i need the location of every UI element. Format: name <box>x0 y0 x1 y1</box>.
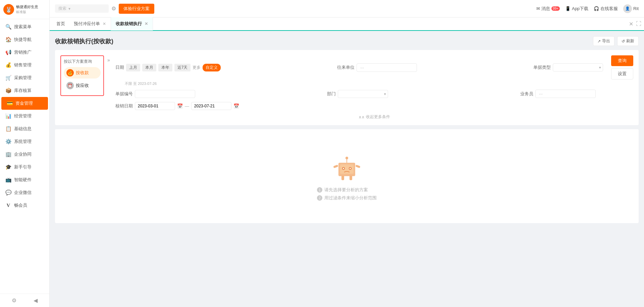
svg-point-4 <box>343 168 344 169</box>
filter-form: 日期 上月 本月 本年 近7天 更多 自定义 往来单位 ··· <box>115 55 633 120</box>
date-custom[interactable]: 自定义 <box>203 64 221 71</box>
sidebar-collapse-button[interactable]: ◀ <box>34 297 38 304</box>
empty-hint-2: 2 用过滤条件来缩小分析范围 <box>317 195 377 201</box>
collapse-more-btn[interactable]: ∧∧ 收起更多条件 <box>115 114 633 120</box>
logo-name: 畅捷通好生意 <box>16 4 38 9</box>
export-label: 导出 <box>602 38 610 44</box>
message-badge: 99+ <box>551 6 560 11</box>
writeoff-start-cal-icon[interactable]: 📅 <box>177 103 183 109</box>
marketing-icon: 📢 <box>5 49 11 55</box>
sidebar-settings-button[interactable]: ⚙ <box>12 297 16 304</box>
message-label: 消息 <box>541 6 550 12</box>
by-receivable-label: 按应收 <box>76 83 89 89</box>
bill-type-label: 单据类型 <box>533 64 551 70</box>
topbar-chevron-icon: ▾ <box>68 6 70 11</box>
user-avatar-text: 👤 <box>625 6 630 11</box>
scheme-panel-collapse[interactable]: » <box>106 56 111 64</box>
department-field: 部门 <box>327 90 388 98</box>
service-label: 在线客服 <box>600 6 618 12</box>
home-tab-label: 首页 <box>56 21 65 27</box>
inventory-icon: 📦 <box>5 88 11 94</box>
sidebar-item-sales[interactable]: 💰 销售管理 <box>0 59 49 71</box>
hint-num-2: 2 <box>317 195 322 201</box>
bill-type-select-wrap[interactable] <box>553 63 603 71</box>
sidebar-label: 企业协同 <box>14 151 32 157</box>
bill-type-select[interactable] <box>553 63 603 71</box>
sidebar-label: 销售管理 <box>14 62 32 68</box>
setting-button[interactable]: 设置 <box>611 68 633 80</box>
page-title: 收款核销执行(按收款) <box>55 37 113 45</box>
writeoff-date-end[interactable] <box>191 102 231 110</box>
topbar: 搜索 ▾ ⚙ 体验行业方案 ✉ 消息 99+ 📱 App下载 🎧 在线客服 <box>50 0 644 17</box>
department-label: 部门 <box>327 91 336 97</box>
sidebar-item-marketing[interactable]: 📢 营销推广 <box>0 46 49 59</box>
sidebar-item-purchase[interactable]: 🛒 采购管理 <box>0 71 49 84</box>
sidebar-item-enterprise[interactable]: 🏢 企业协同 <box>0 148 49 161</box>
query-scheme-title: 按以下方案查询 <box>64 59 101 64</box>
sidebar-item-quick-nav[interactable]: 🏠 快捷导航 <box>0 33 49 46</box>
bill-no-input[interactable] <box>135 90 195 98</box>
writeoff-end-cal-icon[interactable]: 📅 <box>233 103 239 109</box>
topbar-gear-icon[interactable]: ⚙ <box>111 5 116 12</box>
staff-label: 业务员 <box>520 91 533 97</box>
tab-label: 收款核销执行 <box>116 21 142 27</box>
staff-input[interactable]: ··· <box>535 90 596 98</box>
dept-select-wrap[interactable] <box>338 90 388 98</box>
bill-no-field: 单据编号 <box>115 90 195 98</box>
user-area[interactable]: 👤 Rit <box>623 4 639 13</box>
counterparty-input[interactable]: ··· <box>357 63 417 72</box>
sidebar-label: 资金管理 <box>15 100 33 106</box>
date-this-month[interactable]: 本月 <box>142 64 156 71</box>
sidebar-item-basic-info[interactable]: 📋 基础信息 <box>0 122 49 135</box>
topbar-search-area[interactable]: 搜索 ▾ <box>55 4 109 13</box>
collapse-label: 收起更多条件 <box>366 114 390 120</box>
tab-receipt-writeoff[interactable]: 收款核销执行 ✕ <box>111 17 153 31</box>
filter-panel: 按以下方案查询 💰 按收款 ⏰ 按应收 » 日期 <box>55 50 639 125</box>
sidebar-bottom: ⚙ ◀ <box>0 294 49 307</box>
refresh-button[interactable]: ↺ 刷新 <box>617 36 639 46</box>
tab-home[interactable]: 首页 <box>52 17 69 31</box>
logo-icon: 🐰 <box>3 4 14 15</box>
sidebar: 🐰 畅捷通好生意 标准版 🔍 搜索菜单 🏠 快捷导航 📢 营销推广 💰 销售管理… <box>0 0 50 307</box>
sidebar-item-newbie[interactable]: 🎓 新手引导 <box>0 161 49 173</box>
date-last-month[interactable]: 上月 <box>126 64 140 71</box>
export-button[interactable]: ↗ 导出 <box>593 36 614 46</box>
page-actions: ↗ 导出 ↺ 刷新 <box>593 36 639 46</box>
sidebar-label: 系统管理 <box>14 139 32 145</box>
tab-close-all-icon[interactable]: ✕ <box>629 21 633 27</box>
date-7days[interactable]: 近7天 <box>174 64 191 71</box>
solution-button[interactable]: 体验行业方案 <box>119 4 154 14</box>
sidebar-item-inventory[interactable]: 📦 库存核算 <box>0 84 49 97</box>
writeoff-date-start[interactable] <box>135 102 175 110</box>
staff-field: 业务员 ··· <box>520 90 596 98</box>
tab-expand-icon[interactable]: ⛶ <box>636 21 641 27</box>
app-download-button[interactable]: 📱 App下载 <box>565 6 588 12</box>
sidebar-item-search-menu[interactable]: 🔍 搜索菜单 <box>0 20 49 33</box>
sidebar-item-finance[interactable]: 💳 资金管理 <box>1 97 48 110</box>
date-field: 日期 上月 本月 本年 近7天 更多 自定义 <box>115 64 221 71</box>
writeoff-date-range: 📅 — 📅 <box>135 102 239 110</box>
app-icon: 📱 <box>565 6 571 11</box>
tab-close-advance[interactable]: ✕ <box>103 21 106 26</box>
date-this-year[interactable]: 本年 <box>158 64 172 71</box>
sidebar-item-wechat[interactable]: 💬 企业微信 <box>0 186 49 199</box>
tab-advance-payment[interactable]: 预付冲应付单 ✕ <box>69 17 111 31</box>
sidebar-item-vip[interactable]: V 畅会员 <box>0 199 49 212</box>
filter-by-receivable[interactable]: ⏰ 按应收 <box>64 80 101 91</box>
service-icon: 🎧 <box>594 6 599 11</box>
sidebar-item-smart-hw[interactable]: 📺 智能硬件 <box>0 173 49 186</box>
smart-hw-icon: 📺 <box>5 177 11 183</box>
sidebar-item-system[interactable]: ⚙️ 系统管理 <box>0 135 49 148</box>
dept-select[interactable] <box>338 90 388 98</box>
sidebar-item-operations[interactable]: 📊 经营管理 <box>0 110 49 122</box>
filter-by-receipt[interactable]: 💰 按收款 <box>64 67 101 79</box>
service-button[interactable]: 🎧 在线客服 <box>594 6 618 12</box>
tab-close-writeoff[interactable]: ✕ <box>145 21 148 26</box>
message-button[interactable]: ✉ 消息 99+ <box>536 6 560 12</box>
enterprise-icon: 🏢 <box>5 151 11 157</box>
empty-hint-1: 1 请先选择要分析的方案 <box>317 187 377 193</box>
refresh-icon: ↺ <box>622 39 625 44</box>
sidebar-label: 采购管理 <box>14 75 32 81</box>
sidebar-label: 库存核算 <box>14 88 32 94</box>
query-button[interactable]: 查询 <box>611 55 633 66</box>
